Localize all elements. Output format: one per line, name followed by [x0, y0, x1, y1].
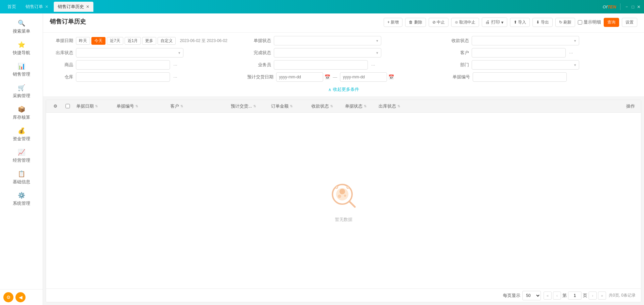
- date-btn-last7[interactable]: 近7天: [107, 37, 123, 45]
- tab-sales-order-close[interactable]: ✕: [45, 4, 48, 9]
- page-header: 销售订单历史 + 新增 🗑 删除 ⊘ 中止 ⊙ 取消中止 🖨 打印 ▾ ⬆ 导入…: [43, 13, 644, 33]
- last-page-btn[interactable]: »: [598, 292, 606, 300]
- tab-home[interactable]: 首页: [3, 2, 20, 12]
- print-button[interactable]: 🖨 打印 ▾: [482, 17, 507, 27]
- sidebar-item-search-menu[interactable]: 🔍 搜索菜单: [0, 16, 43, 38]
- warehouse-label: 仓库: [50, 74, 73, 80]
- th-stock-status[interactable]: 出库状态 ⇅: [376, 103, 410, 109]
- order-no-input[interactable]: [473, 72, 567, 82]
- receipt-status-arrow: ▾: [574, 39, 576, 43]
- display-detail-checkbox[interactable]: [578, 20, 582, 25]
- th-checkbox[interactable]: [61, 104, 74, 108]
- tab-sales-order[interactable]: 销售订单 ✕: [22, 2, 52, 12]
- delivery-date-from[interactable]: [276, 72, 323, 82]
- date-btn-last30[interactable]: 近1月: [125, 37, 141, 45]
- collapse-button[interactable]: ∧ 收起更多条件: [328, 86, 359, 92]
- table-header: ⚙ 单据日期 ⇅ 单据编号 ⇅ 客户 ⇅ 预计交货...: [46, 100, 641, 113]
- order-status-select[interactable]: ▾: [274, 36, 381, 45]
- department-label: 部门: [442, 62, 469, 68]
- tab-home-label: 首页: [7, 4, 16, 10]
- first-page-btn[interactable]: «: [544, 292, 552, 300]
- order-no-label: 单据编号: [443, 74, 470, 80]
- import-button[interactable]: ⬆ 导入: [510, 18, 530, 27]
- stock-out-label: 出库状态: [50, 50, 73, 56]
- calendar-to-icon[interactable]: 📅: [388, 74, 394, 80]
- warehouse-input[interactable]: [76, 72, 170, 82]
- warehouse-dotdot-btn[interactable]: ···: [171, 74, 179, 80]
- salesperson-label: 业务员: [244, 62, 271, 68]
- th-date[interactable]: 单据日期 ⇅: [74, 103, 114, 109]
- page-size-select-area: 每页显示 20 50 100: [503, 291, 541, 300]
- sidebar-item-purchase[interactable]: 🛒 采购管理: [0, 81, 43, 102]
- search-button[interactable]: 查询: [604, 18, 619, 27]
- sidebar-item-quick-nav[interactable]: ⭐ 快捷导航: [0, 38, 43, 59]
- prev-page-btn[interactable]: ‹: [553, 292, 561, 300]
- goods-label: 商品: [50, 62, 73, 68]
- customer-dotdot-btn[interactable]: ···: [567, 49, 575, 56]
- date-btn-today[interactable]: 今天: [91, 37, 105, 45]
- date-label: 单据日期: [50, 38, 73, 44]
- salesperson-input[interactable]: [274, 60, 368, 70]
- sidebar-item-operations[interactable]: 📈 经营管理: [0, 145, 43, 167]
- new-button[interactable]: + 新增: [384, 18, 402, 27]
- next-page-btn[interactable]: ›: [589, 292, 597, 300]
- date-btn-yesterday[interactable]: 昨天: [76, 37, 90, 45]
- sidebar-item-sales[interactable]: 📊 销售管理: [0, 59, 43, 81]
- tab-sales-order-history-label: 销售订单历史: [58, 4, 84, 10]
- empty-state: 暂无数据: [46, 113, 641, 289]
- date-btn-custom[interactable]: 自定义: [158, 37, 176, 45]
- goods-dotdot-btn[interactable]: ···: [171, 62, 179, 68]
- minimize-btn[interactable]: －: [625, 4, 629, 10]
- display-detail-label: 显示明细: [584, 19, 601, 25]
- table-area: ⚙ 单据日期 ⇅ 单据编号 ⇅ 客户 ⇅ 预计交货...: [46, 100, 641, 302]
- maximize-btn[interactable]: □: [632, 4, 634, 9]
- collapse-sidebar-icon[interactable]: ◀: [15, 292, 26, 302]
- page-size-dropdown[interactable]: 20 50 100: [522, 291, 541, 300]
- sidebar-item-inventory[interactable]: 📦 库存核算: [0, 102, 43, 124]
- stock-out-select[interactable]: ▾: [76, 48, 183, 58]
- complete-status-select[interactable]: ▾: [274, 48, 381, 58]
- tab-sales-order-history[interactable]: 销售订单历史 ✕: [54, 2, 93, 12]
- department-select[interactable]: ▾: [472, 60, 579, 70]
- sidebar-item-finance[interactable]: 💰 资金管理: [0, 124, 43, 145]
- sort-receipt-icon: ⇅: [330, 104, 333, 108]
- page-input[interactable]: [568, 292, 582, 300]
- th-amount[interactable]: 订单金额 ⇅: [268, 103, 309, 109]
- delivery-date-to[interactable]: [340, 72, 387, 82]
- receipt-status-select[interactable]: ▾: [472, 36, 579, 45]
- complete-status-arrow: ▾: [376, 51, 378, 55]
- close-btn[interactable]: ✕: [637, 4, 641, 9]
- filter-row-1: 单据日期 昨天 今天 近7天 近1月 更多 自定义 2023-06-02 至 2…: [50, 36, 637, 45]
- page-label-post: 页: [583, 293, 587, 299]
- settings-bottom-icon[interactable]: ⚙: [3, 292, 13, 302]
- sidebar-bottom: ⚙ ◀: [0, 289, 43, 305]
- content-area: 销售订单历史 + 新增 🗑 删除 ⊘ 中止 ⊙ 取消中止 🖨 打印 ▾ ⬆ 导入…: [43, 13, 644, 305]
- setting-button[interactable]: 设置: [622, 18, 637, 27]
- goods-input[interactable]: [76, 60, 170, 70]
- export-button[interactable]: ⬇ 导出: [532, 18, 552, 27]
- page-total: 共0页, 0条记录: [609, 293, 636, 298]
- date-btn-more[interactable]: 更多: [142, 37, 156, 45]
- refresh-button[interactable]: ↻ 刷新: [555, 18, 575, 27]
- sidebar-item-sys-mgmt[interactable]: ⚙️ 系统管理: [0, 188, 43, 210]
- sidebar-item-quick-nav-label: 快捷导航: [13, 50, 30, 56]
- salesperson-dotdot-btn[interactable]: ···: [369, 62, 377, 68]
- customer-input[interactable]: [472, 48, 566, 58]
- th-receipt-status[interactable]: 收款状态 ⇅: [309, 103, 342, 109]
- svg-point-7: [347, 186, 349, 188]
- delete-button[interactable]: 🗑 删除: [405, 18, 426, 27]
- select-all-checkbox[interactable]: [66, 104, 70, 108]
- stop-button[interactable]: ⊘ 中止: [429, 18, 448, 27]
- sidebar-item-base-info[interactable]: 📋 基础信息: [0, 167, 43, 188]
- th-delivery[interactable]: 预计交货... ⇅: [228, 103, 268, 109]
- collapse-label: 收起更多条件: [333, 86, 359, 92]
- th-customer[interactable]: 客户 ⇅: [168, 103, 228, 109]
- filter-row-3: 商品 ··· 业务员 ··· 部门 ▾: [50, 60, 637, 70]
- th-order-status[interactable]: 单据状态 ⇅: [342, 103, 376, 109]
- tab-sales-order-history-close[interactable]: ✕: [86, 4, 89, 9]
- th-settings[interactable]: ⚙: [49, 104, 61, 109]
- cancel-stop-button[interactable]: ⊙ 取消中止: [451, 18, 479, 27]
- calendar-from-icon[interactable]: 📅: [325, 74, 330, 80]
- th-order-no[interactable]: 单据编号 ⇅: [114, 103, 168, 109]
- sort-amount-icon: ⇅: [290, 104, 293, 108]
